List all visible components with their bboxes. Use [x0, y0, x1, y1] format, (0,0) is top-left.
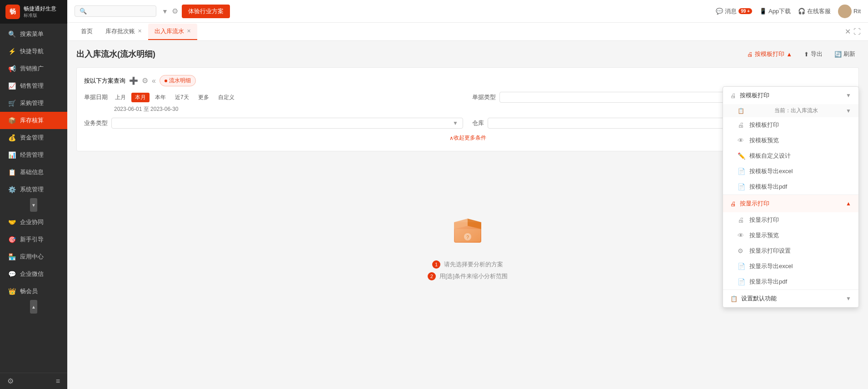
chevron-up-icon: ▲	[786, 51, 792, 58]
sidebar-item-label: 企业微信	[20, 270, 44, 278]
sidebar-item-label: 经营管理	[20, 151, 44, 159]
online-service-btn[interactable]: 🎧 在线客服	[798, 7, 831, 15]
scroll-up-btn[interactable]: ▲	[30, 300, 37, 314]
app-download-btn[interactable]: 📱 App下载	[759, 7, 791, 15]
sidebar-item-sales[interactable]: 📈 销售管理	[0, 77, 67, 95]
template-excel-label: 按模板导出excel	[749, 167, 851, 175]
tab-close-all-btn[interactable]: ✕	[845, 27, 851, 36]
date-tab-year[interactable]: 本年	[151, 93, 170, 102]
template-print-label: 按模板打印	[749, 121, 851, 129]
inventory-icon: 📦	[7, 117, 16, 124]
sidebar-item-inventory[interactable]: 📦 库存核算	[0, 112, 67, 129]
print-template-btn[interactable]: 🖨 按模板打印 ▲	[743, 48, 796, 60]
sidebar-item-quicknav[interactable]: ⚡ 快捷导航	[0, 43, 67, 60]
sidebar-item-basic[interactable]: 📋 基础信息	[0, 164, 67, 181]
tag-dot	[165, 80, 167, 82]
sidebar-item-label: 企业协同	[20, 218, 44, 226]
sidebar: 畅 畅捷通好生意 标准版 🔍 搜索菜单 ⚡ 快捷导航 📢 营销推广 📈 销售管理…	[0, 0, 67, 389]
display-printer-icon: 🖨	[730, 200, 736, 207]
topbar-gear-icon[interactable]: ⚙	[172, 7, 178, 15]
svg-text:?: ?	[466, 235, 469, 240]
template-preview-label: 按模板预览	[749, 136, 851, 145]
template-print-section-header[interactable]: 🖨 按模板打印 ▼	[723, 87, 858, 104]
filter-collapse-btn[interactable]: «	[152, 77, 156, 85]
sidebar-item-wechat[interactable]: 💬 企业微信	[0, 265, 67, 283]
set-default-title: 设置默认功能	[741, 294, 777, 303]
sidebar-item-operation[interactable]: 📊 经营管理	[0, 146, 67, 164]
display-excel-item[interactable]: 📄 按显示导出excel	[723, 259, 858, 274]
sidebar-item-label: 采购管理	[20, 99, 44, 107]
search-icon: 🔍	[80, 8, 87, 15]
message-btn[interactable]: 💬 消息 99 +	[716, 7, 752, 15]
filter-settings-btn[interactable]: ⚙	[142, 76, 148, 85]
system-icon: ⚙️	[7, 186, 16, 193]
template-excel-item[interactable]: 📄 按模板导出excel	[723, 164, 858, 179]
logo-text: 畅捷通好生意 标准版	[24, 5, 56, 19]
filter-tag: 流水明细	[160, 75, 196, 86]
sidebar-item-label: 资金管理	[20, 134, 44, 142]
display-preview-item[interactable]: 👁 按显示预览	[723, 228, 858, 243]
message-badge: 99 +	[738, 8, 752, 14]
tab-batchaccount-close[interactable]: ✕	[138, 28, 142, 34]
logo-icon: 畅	[5, 5, 20, 19]
sidebar-item-appcenter[interactable]: 🏪 应用中心	[0, 248, 67, 265]
biztype-select[interactable]: ▼	[111, 118, 463, 129]
industry-btn[interactable]: 体验行业方案	[182, 5, 230, 18]
default-icon: 📋	[730, 295, 738, 302]
sales-icon: 📈	[7, 82, 16, 90]
pdf-icon: 📄	[738, 183, 745, 190]
appcenter-icon: 🏪	[7, 253, 16, 260]
tab-batchaccount[interactable]: 库存批次账 ✕	[99, 24, 148, 40]
sidebar-item-collab[interactable]: 🤝 企业协同	[0, 214, 67, 231]
sidebar-item-member[interactable]: 👑 畅会员	[0, 283, 67, 300]
settings-icon[interactable]: ⚙	[7, 377, 14, 385]
date-tab-current-month[interactable]: 本月	[131, 93, 150, 102]
display-pdf-icon: 📄	[738, 278, 745, 285]
doctype-label: 单据类型	[472, 93, 496, 101]
sidebar-item-system[interactable]: ⚙️ 系统管理	[0, 181, 67, 198]
topbar-search[interactable]: 🔍	[75, 5, 156, 17]
tab-expand-btn[interactable]: ⛶	[853, 27, 861, 36]
sidebar-item-search[interactable]: 🔍 搜索菜单	[0, 25, 67, 43]
toolbar-right: 🖨 按模板打印 ▲ ⬆ 导出 🔄 刷新	[743, 48, 859, 60]
filter-add-btn[interactable]: ➕	[129, 76, 138, 85]
display-print-settings-item[interactable]: ⚙ 按显示打印设置	[723, 243, 858, 259]
template-pdf-item[interactable]: 📄 按模板导出pdf	[723, 179, 858, 194]
display-print-item[interactable]: 🖨 按显示打印	[723, 212, 858, 228]
date-tab-last-month[interactable]: 上月	[111, 93, 130, 102]
export-label: 导出	[811, 50, 823, 58]
tabbar: 首页 库存批次账 ✕ 出入库流水 ✕ ✕ ⛶	[67, 23, 868, 41]
sidebar-item-guide[interactable]: 🎯 新手引导	[0, 231, 67, 248]
template-pdf-label: 按模板导出pdf	[749, 183, 851, 191]
display-print-section-header[interactable]: 🖨 按显示打印 ▲	[723, 195, 858, 212]
biztype-label: 业务类型	[84, 119, 108, 127]
guide-icon: 🎯	[7, 236, 16, 243]
display-settings-label: 按显示打印设置	[749, 247, 851, 255]
tabbar-actions: ✕ ⛶	[845, 27, 861, 36]
set-default-section-header[interactable]: 📋 设置默认功能 ▼	[723, 290, 858, 307]
sidebar-item-finance[interactable]: 💰 资金管理	[0, 129, 67, 146]
tab-home[interactable]: 首页	[75, 24, 99, 40]
sidebar-item-purchase[interactable]: 🛒 采购管理	[0, 95, 67, 112]
sidebar-item-label: 营销推广	[20, 65, 44, 73]
topbar-dropdown-icon[interactable]: ▼	[162, 8, 168, 15]
topbar-right: 💬 消息 99 + 📱 App下载 🎧 在线客服 Rit	[716, 5, 861, 18]
refresh-btn[interactable]: 🔄 刷新	[831, 48, 859, 60]
sidebar-logo: 畅 畅捷通好生意 标准版	[0, 0, 67, 24]
collapse-sidebar-icon[interactable]: ≡	[56, 377, 60, 385]
template-preview-item[interactable]: 👁 按模板预览	[723, 133, 858, 148]
scroll-down-btn[interactable]: ▼	[30, 198, 37, 212]
tab-flowdetail-close[interactable]: ✕	[187, 28, 191, 34]
user-avatar-btn[interactable]: Rit	[838, 5, 861, 18]
member-icon: 👑	[7, 288, 16, 295]
sidebar-item-marketing[interactable]: 📢 营销推广	[0, 60, 67, 77]
date-tab-custom[interactable]: 自定义	[215, 93, 238, 102]
display-pdf-item[interactable]: 📄 按显示导出pdf	[723, 274, 858, 289]
search-input[interactable]	[89, 8, 151, 15]
tab-flowdetail[interactable]: 出入库流水 ✕	[148, 24, 197, 40]
export-btn[interactable]: ⬆ 导出	[800, 48, 826, 60]
date-tab-7days[interactable]: 近7天	[171, 93, 193, 102]
template-print-item[interactable]: 🖨 按模板打印	[723, 117, 858, 133]
template-custom-item[interactable]: ✏️ 模板自定义设计	[723, 148, 858, 164]
date-tab-more[interactable]: 更多	[195, 93, 213, 102]
